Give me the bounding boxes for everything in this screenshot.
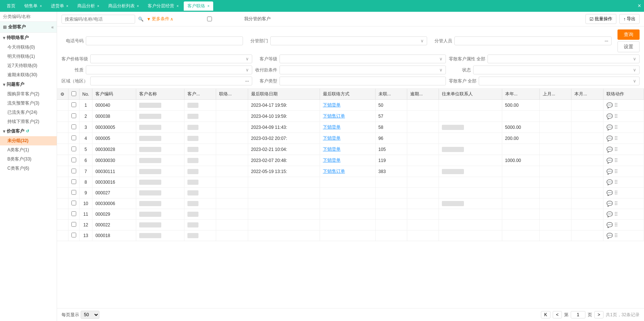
message-icon[interactable]: 💬 [606, 233, 613, 239]
filter-scatter-cust-select[interactable]: ∨ [479, 77, 640, 85]
reset-button[interactable]: 设置 [617, 41, 640, 52]
close-icon[interactable]: × [176, 4, 179, 8]
search-input[interactable] [61, 15, 135, 24]
nav-customer-tier[interactable]: 客户分层经营 × [144, 1, 182, 11]
message-icon[interactable]: 💬 [606, 169, 613, 174]
filter-cust-type-input[interactable] [279, 77, 446, 85]
row-checkbox[interactable] [71, 190, 76, 195]
sidebar-item-churned[interactable]: 已流失客户(24) [0, 108, 57, 117]
sidebar-item-declining[interactable]: 持续下滑客户(2) [0, 117, 57, 126]
more-icon[interactable]: ⠿ [614, 147, 618, 152]
filter-payment-select[interactable]: ∨ [279, 66, 446, 74]
row-checkbox[interactable] [71, 113, 76, 118]
prev-page-button[interactable]: < [553, 311, 562, 318]
more-icon[interactable]: ⠿ [614, 169, 618, 174]
row-checkbox[interactable] [71, 158, 76, 162]
first-page-button[interactable]: K [541, 311, 550, 318]
row-checkbox[interactable] [71, 211, 76, 216]
more-icon[interactable]: ⠿ [614, 201, 618, 207]
last-method-link[interactable]: 下销货单 [323, 124, 341, 130]
row-checkbox[interactable] [71, 169, 76, 173]
message-icon[interactable]: 💬 [606, 222, 613, 228]
page-size-select[interactable]: 50 100 200 [81, 311, 99, 319]
more-icon[interactable]: ⠿ [614, 102, 618, 108]
export-button[interactable]: ↑ 导出 [619, 14, 640, 24]
filter-phone-input[interactable] [86, 36, 243, 45]
filter-nature-select[interactable]: ∨ [86, 66, 252, 74]
sidebar-item-overdue[interactable]: 逾期未联络(30) [0, 70, 57, 80]
sidebar-item-abnormal[interactable]: 囤购异常客户(2) [0, 89, 57, 99]
sidebar-item-7days[interactable]: 近7天待联络(0) [0, 61, 57, 70]
query-button[interactable]: 查询 [617, 29, 640, 40]
message-icon[interactable]: 💬 [606, 211, 613, 217]
close-icon[interactable]: × [40, 4, 42, 8]
page-number-input[interactable] [571, 311, 585, 318]
nav-product-analysis-list[interactable]: 商品分析列表 × [105, 1, 143, 11]
my-customers-checkbox[interactable]: 我分管的客户 [176, 16, 271, 22]
row-checkbox[interactable] [71, 147, 76, 151]
last-method-link[interactable]: 下销售订单 [323, 113, 345, 119]
more-conditions-btn[interactable]: ▼ 更多条件 ∧ [147, 16, 173, 22]
filter-region-input[interactable]: ··· [90, 77, 252, 85]
row-checkbox[interactable] [71, 102, 76, 107]
row-checkbox[interactable] [71, 179, 76, 184]
more-icon[interactable]: ⠿ [614, 158, 618, 163]
more-icon[interactable]: ⠿ [614, 135, 618, 141]
sidebar-item-tomorrow[interactable]: 明天待联络(1) [0, 52, 57, 61]
more-icon[interactable]: ⠿ [614, 211, 618, 217]
more-icon[interactable]: ⠿ [614, 222, 618, 228]
filter-person-input[interactable]: ··· [454, 36, 612, 45]
sidebar-item-today[interactable]: 今天待联络(0) [0, 43, 57, 52]
close-icon[interactable]: × [66, 4, 68, 8]
batch-op-button[interactable]: ☑ 批量操作 [585, 14, 616, 24]
more-icon[interactable]: ⠿ [614, 190, 618, 196]
row-checkbox[interactable] [71, 233, 76, 237]
close-icon[interactable]: × [207, 4, 210, 8]
sidebar-item-ungrouped[interactable]: 未分组(32) [0, 136, 57, 145]
row-checkbox[interactable] [71, 124, 76, 129]
more-icon[interactable]: ⠿ [614, 124, 618, 130]
col-checkbox-all[interactable] [68, 89, 79, 100]
nav-product-analysis[interactable]: 商品分析 × [74, 1, 103, 11]
row-checkbox[interactable] [71, 135, 76, 140]
filter-scatter-select[interactable]: ∨ [488, 54, 640, 63]
close-icon[interactable]: × [137, 4, 139, 8]
nav-purchase[interactable]: 进货单 × [47, 1, 72, 11]
nav-customer-contact[interactable]: 客户联络 × [184, 1, 213, 11]
nav-sales[interactable]: 销售单 × [21, 1, 46, 11]
window-close-button[interactable]: × [638, 3, 641, 9]
message-icon[interactable]: 💬 [606, 201, 613, 207]
last-method-link[interactable]: 下销货单 [323, 158, 341, 163]
sidebar-search-input[interactable] [3, 14, 57, 19]
message-icon[interactable]: 💬 [606, 147, 613, 152]
sidebar-item-class-a[interactable]: A类客户(1) [0, 145, 57, 155]
message-icon[interactable]: 💬 [606, 190, 613, 196]
message-icon[interactable]: 💬 [606, 135, 613, 141]
sidebar-group-value[interactable]: ▾ 价值客户 ↺ [0, 126, 57, 136]
filter-status-select[interactable]: ∨ [473, 66, 640, 74]
search-bar-icon[interactable]: 🔍 [138, 17, 144, 22]
select-all-checkbox[interactable] [71, 91, 76, 96]
collapse-icon[interactable]: « [51, 25, 54, 30]
last-method-link[interactable]: 下销货单 [323, 147, 341, 152]
last-method-link[interactable]: 下销货单 [323, 102, 341, 107]
close-icon[interactable]: × [97, 4, 99, 8]
sidebar-item-churn-warning[interactable]: 流失预警客户(3) [0, 99, 57, 108]
message-icon[interactable]: 💬 [606, 124, 613, 130]
sidebar-all-customers[interactable]: ⊞ 全部客户 « [0, 22, 57, 33]
sidebar-item-class-c[interactable]: C类客户(6) [0, 164, 57, 173]
nav-home[interactable]: 首页 [3, 1, 19, 11]
row-checkbox[interactable] [71, 222, 76, 227]
more-icon[interactable]: ⠿ [614, 233, 618, 239]
last-method-link[interactable]: 下销售订单 [323, 169, 345, 174]
filter-price-select[interactable]: ∨ [90, 54, 252, 63]
more-icon[interactable]: ⠿ [614, 113, 618, 119]
sidebar-item-class-b[interactable]: B类客户(33) [0, 155, 57, 164]
message-icon[interactable]: 💬 [606, 179, 613, 185]
refresh-icon[interactable]: ↺ [26, 129, 29, 134]
message-icon[interactable]: 💬 [606, 113, 613, 119]
row-checkbox[interactable] [71, 201, 76, 205]
message-icon[interactable]: 💬 [606, 158, 613, 163]
message-icon[interactable]: 💬 [606, 102, 613, 108]
more-icon[interactable]: ⠿ [614, 179, 618, 185]
